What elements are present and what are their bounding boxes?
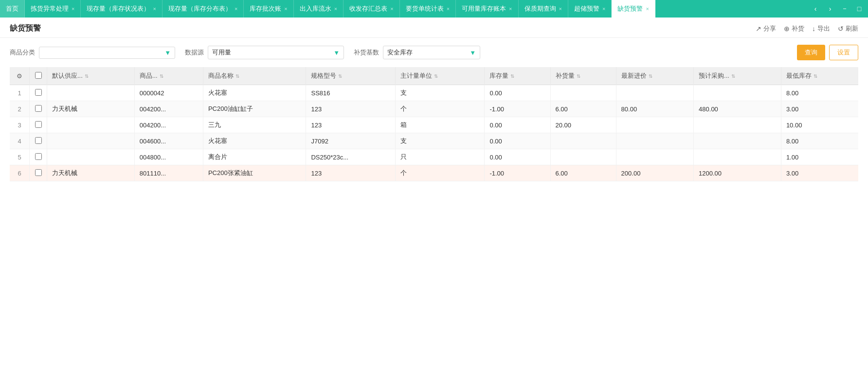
query-button[interactable]: 查询 — [797, 45, 825, 60]
nav-maximize-btn[interactable]: □ — [852, 2, 866, 16]
th-latest-price[interactable]: 最新进价 ⇅ — [616, 67, 693, 85]
th-product-name[interactable]: 商品名称 ⇅ — [203, 67, 306, 85]
th-estimated-purchase[interactable]: 预计采购... ⇅ — [694, 67, 781, 85]
tab-overstock[interactable]: 超储预警 × — [568, 0, 612, 18]
th-unit[interactable]: 主计量单位 ⇅ — [395, 67, 485, 85]
row-checkbox-cell — [30, 133, 47, 149]
nav-controls: ‹ › － □ — [809, 2, 868, 16]
tab-stock-dist[interactable]: 现存量（库存分布表） × — [163, 0, 244, 18]
nav-prev-btn[interactable]: ‹ — [809, 2, 822, 16]
tab-shortage-label: 缺货预警 — [617, 4, 643, 13]
th-product-code[interactable]: 商品... ⇅ — [134, 67, 203, 85]
export-button[interactable]: ↓ 导出 — [812, 24, 830, 33]
filter-category-group: 商品分类 ▼ — [10, 47, 175, 59]
row-replenish-qty: 6.00 — [550, 101, 616, 117]
row-estimated-purchase: 1200.00 — [694, 165, 781, 181]
sort-code-icon: ⇅ — [160, 73, 163, 79]
sort-supplier-icon: ⇅ — [85, 73, 89, 79]
row-product-code: 004200... — [134, 117, 203, 133]
nav-minimize-btn[interactable]: － — [838, 2, 851, 16]
tab-shortage-close[interactable]: × — [646, 6, 649, 12]
th-replenish-qty-label: 补货量 — [556, 71, 575, 80]
row-supplier: 力天机械 — [47, 165, 135, 181]
tab-available-close[interactable]: × — [509, 6, 512, 12]
page-container: 缺货预警 ↗ 分享 ⊕ 补货 ↓ 导出 ↺ 刷新 商品分类 — [0, 18, 868, 387]
row-unit: 箱 — [395, 117, 485, 133]
row-checkbox[interactable] — [35, 153, 42, 160]
row-min-stock: 1.00 — [781, 149, 858, 165]
th-product-name-label: 商品名称 — [208, 71, 234, 80]
row-checkbox[interactable] — [35, 89, 42, 96]
row-estimated-purchase — [694, 85, 781, 101]
row-spec: 123 — [306, 101, 395, 117]
category-select[interactable]: ▼ — [39, 47, 175, 59]
tab-shortage[interactable]: 缺货预警 × — [612, 0, 655, 18]
th-replenish-qty[interactable]: 补货量 ⇅ — [550, 67, 616, 85]
share-label: 分享 — [763, 24, 776, 33]
row-checkbox[interactable] — [35, 105, 42, 112]
tab-inout-flow[interactable]: 出入库流水 × — [294, 0, 344, 18]
tab-pick-exception[interactable]: 拣货异常处理 × — [25, 0, 81, 18]
row-checkbox[interactable] — [35, 137, 42, 144]
refresh-icon: ↺ — [838, 25, 844, 33]
row-product-name: 火花塞 — [203, 85, 306, 101]
tab-summary-close[interactable]: × — [390, 6, 393, 12]
datasource-select[interactable]: 可用量 ▼ — [208, 46, 344, 59]
nav-next-btn[interactable]: › — [823, 2, 837, 16]
page-title: 缺货预警 — [10, 23, 756, 34]
settings-button[interactable]: 设置 — [829, 45, 858, 60]
tab-stock-status[interactable]: 现存量（库存状况表） × — [81, 0, 162, 18]
share-icon: ↗ — [756, 25, 761, 33]
row-checkbox[interactable] — [35, 121, 42, 128]
sort-unit-icon: ⇅ — [434, 73, 438, 79]
table-header-row: ⚙ 默认供应... ⇅ 商品... ⇅ — [10, 67, 858, 85]
row-latest-price — [616, 117, 693, 133]
th-stock[interactable]: 库存量 ⇅ — [485, 67, 550, 85]
row-supplier — [47, 133, 135, 149]
th-spec-label: 规格型号 — [311, 71, 336, 80]
tab-overstock-label: 超储预警 — [574, 4, 599, 13]
th-product-code-label: 商品... — [140, 71, 158, 80]
settings-gear-icon: ⚙ — [15, 71, 24, 81]
tab-order-close[interactable]: × — [447, 6, 450, 12]
row-latest-price — [616, 85, 693, 101]
tab-expiry[interactable]: 保质期查询 × — [519, 0, 568, 18]
row-latest-price — [616, 133, 693, 149]
th-min-stock[interactable]: 最低库存 ⇅ — [781, 67, 858, 85]
row-stock: 0.00 — [485, 117, 550, 133]
replenish-base-select[interactable]: 安全库存 ▼ — [383, 46, 480, 59]
tab-expiry-close[interactable]: × — [559, 6, 562, 12]
tab-stock-dist-close[interactable]: × — [235, 6, 237, 12]
replenish-button[interactable]: ⊕ 补货 — [784, 24, 804, 33]
th-default-supplier[interactable]: 默认供应... ⇅ — [47, 67, 135, 85]
replenish-icon: ⊕ — [784, 25, 790, 33]
tab-available-ledger[interactable]: 可用量库存账本 × — [456, 0, 518, 18]
row-product-code: 004600... — [134, 133, 203, 149]
row-spec: 123 — [306, 165, 395, 181]
share-button[interactable]: ↗ 分享 — [756, 24, 776, 33]
tab-stock-status-close[interactable]: × — [153, 6, 156, 12]
row-min-stock: 3.00 — [781, 165, 858, 181]
tab-overstock-close[interactable]: × — [602, 6, 605, 12]
tab-inout-close[interactable]: × — [334, 6, 337, 12]
tab-batch-close[interactable]: × — [284, 6, 287, 12]
refresh-label: 刷新 — [846, 24, 858, 33]
th-spec[interactable]: 规格型号 ⇅ — [306, 67, 395, 85]
row-checkbox[interactable] — [35, 169, 42, 176]
refresh-button[interactable]: ↺ 刷新 — [838, 24, 858, 33]
sort-price-icon: ⇅ — [649, 73, 652, 79]
th-settings[interactable]: ⚙ — [10, 67, 30, 85]
tab-batch-account[interactable]: 库存批次账 × — [244, 0, 293, 18]
tab-order-stats[interactable]: 要货单统计表 × — [400, 0, 456, 18]
tab-summary[interactable]: 收发存汇总表 × — [344, 0, 399, 18]
th-stock-label: 库存量 — [489, 71, 508, 80]
select-all-checkbox[interactable] — [35, 72, 42, 79]
row-spec: DS250*23c... — [306, 149, 395, 165]
row-product-code: 004800... — [134, 149, 203, 165]
tab-home[interactable]: 首页 — [0, 0, 25, 18]
tab-pick-label: 拣货异常处理 — [31, 4, 69, 13]
row-supplier — [47, 149, 135, 165]
row-checkbox-cell — [30, 149, 47, 165]
tab-pick-close[interactable]: × — [72, 6, 74, 12]
row-product-name: PC200张紧油缸 — [203, 165, 306, 181]
